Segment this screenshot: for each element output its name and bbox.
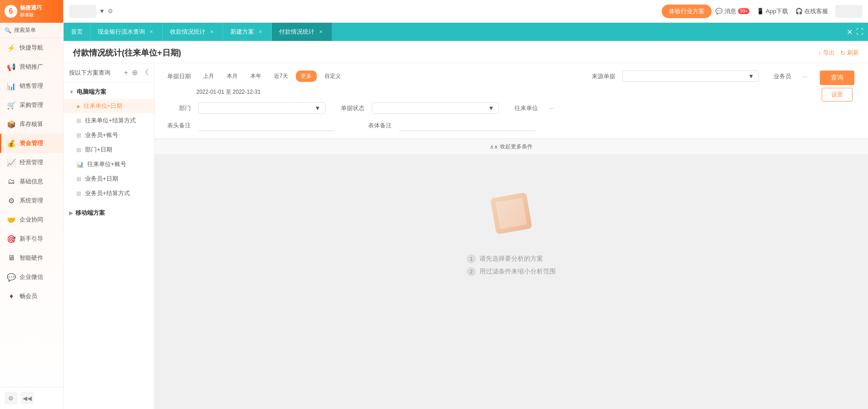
wechat-icon: 💬 bbox=[7, 273, 16, 282]
scheme-item-salesman-settlement[interactable]: ⊞ 业务员+结算方式 bbox=[64, 186, 154, 201]
scheme-sidebar-title: 按以下方案查询 bbox=[69, 69, 110, 77]
collapse-sidebar-icon[interactable]: ◀◀ bbox=[21, 392, 34, 404]
sidebar-item-label: 畅会员 bbox=[20, 292, 37, 300]
tab-home-label: 首页 bbox=[71, 28, 83, 36]
source-doc-select[interactable]: ▼ bbox=[623, 71, 759, 82]
date-opt-7days[interactable]: 近7天 bbox=[269, 71, 293, 82]
sidebar-item-label: 营销推广 bbox=[20, 63, 43, 71]
scheme-grid-icon: ⊞ bbox=[76, 190, 81, 197]
purchase-icon: 🛒 bbox=[7, 101, 16, 110]
body-note-input[interactable] bbox=[399, 120, 535, 131]
export-label: 导出 bbox=[823, 49, 835, 57]
collapse-more-label: 收起更多条件 bbox=[500, 143, 533, 151]
scheme-item-salesman-date[interactable]: ⊞ 业务员+日期 bbox=[64, 172, 154, 186]
sidebar-item-capital[interactable]: 💰 资金管理 bbox=[0, 134, 63, 153]
maximize-icon[interactable]: ⛶ bbox=[856, 28, 863, 36]
scheme-group-mobile-header[interactable]: ▶ 移动端方案 bbox=[64, 206, 154, 220]
date-opt-custom[interactable]: 自定义 bbox=[319, 71, 346, 82]
sidebar-logo: 6 畅捷通巧 标准版 bbox=[0, 0, 63, 23]
app-download-action[interactable]: 📱 App下载 bbox=[757, 7, 788, 15]
tab-new-scheme-close[interactable]: × bbox=[257, 28, 264, 35]
scheme-item-dept-date[interactable]: ⊞ 部门+日期 bbox=[64, 142, 154, 157]
topbar-settings-icon[interactable]: ⚙ bbox=[108, 8, 113, 15]
sidebar-item-sales[interactable]: 📊 销售管理 bbox=[0, 76, 63, 96]
sidebar-item-collab[interactable]: 🤝 企业协同 bbox=[0, 210, 63, 229]
sidebar: 6 畅捷通巧 标准版 🔍 搜索菜单 ⚡ 快捷导航 📢 营销推广 📊 销售管理 🛒… bbox=[0, 0, 64, 409]
collab-icon: 🤝 bbox=[7, 215, 16, 224]
sales-icon: 📊 bbox=[7, 81, 16, 91]
scheme-settings-icon[interactable]: ⊕ bbox=[132, 68, 138, 77]
export-button[interactable]: ↑ 导出 bbox=[818, 49, 835, 57]
tab-payment-stats-close[interactable]: × bbox=[317, 28, 324, 35]
tab-home[interactable]: 首页 bbox=[64, 23, 90, 41]
vip-icon: ♦ bbox=[7, 292, 16, 301]
hardware-icon: 🖥 bbox=[7, 253, 16, 263]
sidebar-item-operations[interactable]: 📈 经营管理 bbox=[0, 153, 63, 172]
tab-receipt-stats-close[interactable]: × bbox=[208, 28, 215, 35]
user-avatar-placeholder bbox=[69, 5, 96, 18]
partner-label: 往来单位 bbox=[506, 104, 538, 112]
tab-cash-flow[interactable]: 现金银行流水查询 × bbox=[90, 23, 163, 41]
sidebar-search[interactable]: 🔍 搜索菜单 bbox=[0, 23, 63, 38]
doc-status-select[interactable]: ▼ bbox=[372, 102, 499, 114]
sidebar-item-marketing[interactable]: 📢 营销推广 bbox=[0, 57, 63, 76]
sidebar-item-inventory[interactable]: 📦 库存核算 bbox=[0, 115, 63, 134]
tab-payment-stats[interactable]: 付款情况统计 × bbox=[272, 23, 332, 41]
partner-ellipsis[interactable]: ··· bbox=[545, 103, 558, 113]
salesman-ellipsis[interactable]: ··· bbox=[798, 71, 811, 81]
filter-row-date: 单据日期 上月 本月 本年 近7天 更多 自定义 bbox=[164, 71, 811, 82]
sidebar-item-system[interactable]: ⚙ 系统管理 bbox=[0, 191, 63, 210]
sidebar-item-quick-nav[interactable]: ⚡ 快捷导航 bbox=[0, 38, 63, 57]
salesman-label: 业务员 bbox=[766, 72, 791, 81]
scheme-chart-icon: 📊 bbox=[76, 161, 84, 168]
step-1-text: 请先选择要分析的方案 bbox=[479, 255, 543, 263]
sidebar-item-hardware[interactable]: 🖥 智能硬件 bbox=[0, 248, 63, 268]
desktop-group-arrow: ▼ bbox=[69, 89, 74, 95]
scheme-item-label: 业务员+结算方式 bbox=[85, 189, 130, 197]
scheme-item-label: 往来单位+日期 bbox=[84, 102, 123, 110]
collapse-scheme-icon[interactable]: 《 bbox=[141, 68, 149, 77]
search-icon: 🔍 bbox=[5, 27, 11, 34]
tab-receipt-stats[interactable]: 收款情况统计 × bbox=[163, 23, 223, 41]
query-button[interactable]: 查询 bbox=[820, 71, 854, 85]
date-opt-last-month[interactable]: 上月 bbox=[198, 71, 219, 82]
sidebar-item-wechat[interactable]: 💬 企业微信 bbox=[0, 268, 63, 287]
system-icon: ⚙ bbox=[7, 196, 16, 205]
topbar-actions: 💬 消息 99+ 📱 App下载 🎧 在线客服 bbox=[715, 5, 863, 18]
empty-cube-shape bbox=[490, 192, 533, 235]
scheme-item-label: 业务员+账号 bbox=[85, 131, 118, 139]
dept-select[interactable]: ▼ bbox=[198, 102, 325, 114]
step-num-2: 2 bbox=[467, 267, 476, 276]
date-opt-this-month[interactable]: 本月 bbox=[222, 71, 243, 82]
tab-cash-flow-close[interactable]: × bbox=[148, 28, 155, 35]
sidebar-item-guide[interactable]: 🎯 新手引导 bbox=[0, 229, 63, 248]
refresh-button[interactable]: ↻ 刷新 bbox=[840, 49, 859, 57]
tab-new-scheme[interactable]: 新建方案 × bbox=[223, 23, 272, 41]
scheme-item-partner-date[interactable]: ● 往来单位+日期 bbox=[64, 99, 154, 113]
user-avatar[interactable] bbox=[835, 5, 863, 18]
add-scheme-icon[interactable]: + bbox=[124, 69, 128, 77]
dept-arrow: ▼ bbox=[314, 105, 320, 111]
header-note-input[interactable] bbox=[198, 120, 334, 131]
messages-action[interactable]: 💬 消息 99+ bbox=[715, 7, 749, 15]
online-service-action[interactable]: 🎧 在线客服 bbox=[795, 7, 828, 15]
date-opt-this-year[interactable]: 本年 bbox=[245, 71, 266, 82]
messages-badge: 99+ bbox=[738, 8, 749, 14]
scheme-group-mobile: ▶ 移动端方案 bbox=[64, 203, 154, 222]
close-all-tabs-icon[interactable]: ✕ bbox=[847, 28, 853, 36]
trial-button[interactable]: 体验行业方案 bbox=[662, 5, 712, 18]
scheme-item-partner-settlement[interactable]: ⊞ 往来单位+结算方式 bbox=[64, 113, 154, 128]
settings-bottom-icon[interactable]: ⚙ bbox=[5, 392, 17, 404]
collapse-more-button[interactable]: ∧∧ 收起更多条件 bbox=[155, 139, 868, 154]
sidebar-item-purchase[interactable]: 🛒 采购管理 bbox=[0, 96, 63, 115]
date-opt-more[interactable]: 更多 bbox=[296, 71, 317, 82]
scheme-item-partner-account[interactable]: 📊 往来单位+账号 bbox=[64, 157, 154, 172]
sidebar-item-vip[interactable]: ♦ 畅会员 bbox=[0, 287, 63, 306]
service-icon: 🎧 bbox=[795, 8, 803, 15]
app-download-label: App下载 bbox=[766, 7, 788, 15]
sidebar-item-basic-info[interactable]: 🗂 基础信息 bbox=[0, 172, 63, 191]
empty-state-text: 1 请先选择要分析的方案 2 用过滤条件来缩小分析范围 bbox=[467, 254, 556, 276]
settings-button[interactable]: 设置 bbox=[822, 88, 853, 101]
scheme-item-salesman-account[interactable]: ⊞ 业务员+账号 bbox=[64, 128, 154, 142]
scheme-group-desktop-header[interactable]: ▼ 电脑端方案 bbox=[64, 85, 154, 99]
